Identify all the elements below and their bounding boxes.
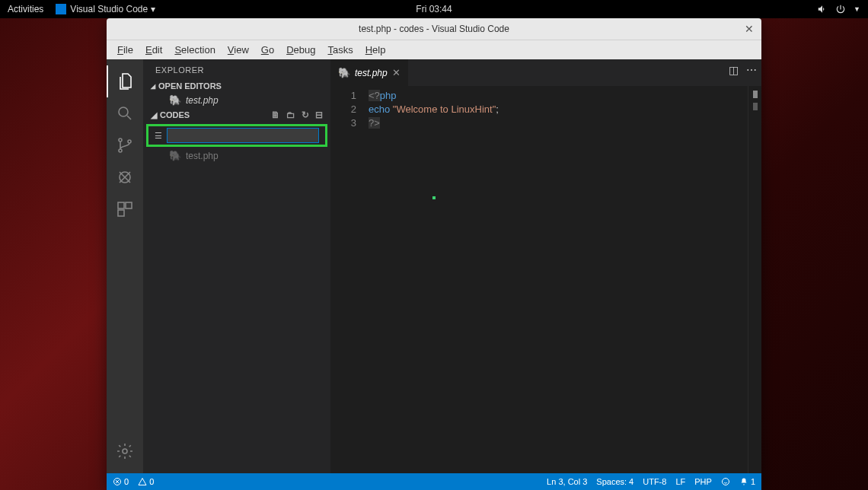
tab-close-button[interactable]: ✕	[392, 67, 400, 78]
status-notifications[interactable]: 1	[739, 477, 755, 486]
clock[interactable]: Fri 03:44	[416, 4, 452, 14]
svg-point-0	[119, 107, 128, 116]
editor-group: 🐘 test.php ✕ ◫ ⋯ 1 2 3 <?php echo "Welco…	[330, 59, 761, 473]
tab-label: test.php	[355, 68, 388, 78]
minimap[interactable]	[748, 86, 761, 473]
code-token: "Welcome to LinuxHint"	[393, 103, 496, 115]
activity-debug[interactable]	[107, 161, 143, 193]
app-menu-label: Visual Studio Code ▾	[70, 4, 155, 14]
code-token: php	[380, 90, 397, 101]
new-file-input[interactable]	[167, 128, 319, 143]
status-bar: 0 0 Ln 3, Col 3 Spaces: 4 UTF-8 LF PHP 1	[107, 473, 761, 490]
minimap-mark	[753, 91, 758, 98]
status-eol[interactable]: LF	[675, 477, 685, 486]
split-editor-button[interactable]: ◫	[729, 64, 739, 76]
warning-icon	[138, 477, 147, 486]
php-icon: 🐘	[169, 150, 181, 161]
error-count: 0	[124, 477, 129, 486]
system-tray[interactable]: ▼	[817, 4, 860, 14]
menu-debug[interactable]: Debug	[280, 43, 321, 57]
chevron-down-icon: ◢	[151, 110, 157, 120]
code-token: ;	[496, 103, 499, 115]
activity-explorer[interactable]	[107, 65, 143, 97]
menu-view[interactable]: View	[222, 43, 255, 57]
new-file-button[interactable]: 🗎	[271, 110, 280, 120]
activity-bar	[107, 59, 143, 473]
svg-point-3	[128, 140, 131, 143]
svg-point-10	[722, 479, 729, 485]
power-icon	[835, 4, 846, 14]
title-bar: test.php - codes - Visual Studio Code ✕	[107, 18, 761, 40]
open-editors-label: OPEN EDITORS	[158, 81, 222, 91]
code-token: <?	[369, 90, 380, 101]
activity-scm[interactable]	[107, 129, 143, 161]
explorer-sidebar: EXPLORER ◢ OPEN EDITORS 🐘 test.php ◢ COD…	[143, 59, 330, 473]
error-icon	[113, 477, 122, 486]
file-tree-filename: test.php	[186, 151, 219, 161]
php-icon: 🐘	[169, 94, 181, 106]
svg-point-2	[119, 149, 122, 152]
extensions-icon	[116, 200, 134, 218]
open-editors-header[interactable]: ◢ OPEN EDITORS	[143, 79, 330, 93]
code-editor[interactable]: 1 2 3 <?php echo "Welcome to LinuxHint";…	[330, 86, 761, 473]
status-feedback[interactable]	[721, 477, 730, 486]
svg-rect-6	[126, 202, 132, 208]
gear-icon	[116, 442, 134, 460]
folder-name: CODES	[160, 110, 190, 119]
menu-bar: File Edit Selection View Go Debug Tasks …	[107, 40, 761, 59]
bug-icon	[116, 168, 134, 186]
warning-count: 0	[149, 477, 154, 486]
svg-point-1	[119, 138, 122, 142]
file-tree-item[interactable]: 🐘 test.php	[143, 148, 330, 163]
file-icon: ☰	[155, 131, 162, 141]
window-title: test.php - codes - Visual Studio Code	[359, 24, 509, 34]
chevron-down-icon: ◢	[151, 83, 155, 90]
menu-edit[interactable]: Edit	[139, 43, 168, 57]
vscode-window: test.php - codes - Visual Studio Code ✕ …	[107, 18, 761, 490]
bell-icon	[739, 477, 748, 486]
status-warnings[interactable]: 0	[138, 477, 154, 486]
activity-search[interactable]	[107, 97, 143, 129]
refresh-button[interactable]: ↻	[302, 110, 309, 120]
menu-selection[interactable]: Selection	[168, 43, 221, 57]
menu-file[interactable]: File	[111, 43, 139, 57]
open-editor-file[interactable]: 🐘 test.php	[143, 93, 330, 107]
svg-rect-7	[118, 210, 124, 216]
cursor-indicator	[432, 196, 436, 199]
new-file-input-row: ☰	[146, 124, 327, 147]
activity-extensions[interactable]	[107, 193, 143, 225]
menu-help[interactable]: Help	[359, 43, 392, 57]
menu-go[interactable]: Go	[255, 43, 280, 57]
menu-tasks[interactable]: Tasks	[321, 43, 359, 57]
more-actions-button[interactable]: ⋯	[746, 64, 757, 76]
notification-count: 1	[751, 477, 755, 486]
workspace-folder-header[interactable]: ◢ CODES 🗎 🗀 ↻ ⊟	[143, 107, 330, 123]
window-close-button[interactable]: ✕	[745, 23, 754, 35]
search-icon	[116, 104, 134, 123]
code-content[interactable]: <?php echo "Welcome to LinuxHint"; ?>	[364, 86, 748, 473]
status-language[interactable]: PHP	[694, 477, 712, 486]
status-spaces[interactable]: Spaces: 4	[596, 477, 633, 486]
status-encoding[interactable]: UTF-8	[643, 477, 666, 486]
new-folder-button[interactable]: 🗀	[286, 110, 295, 120]
line-gutter: 1 2 3	[330, 86, 364, 473]
collapse-button[interactable]: ⊟	[315, 110, 323, 120]
app-menu[interactable]: Visual Studio Code ▾	[56, 4, 155, 14]
code-token: ?>	[369, 117, 380, 129]
smile-icon	[721, 477, 730, 486]
tray-chevron-icon: ▼	[854, 5, 860, 13]
files-icon	[116, 72, 135, 91]
activities-button[interactable]: Activities	[8, 4, 43, 14]
status-lncol[interactable]: Ln 3, Col 3	[547, 477, 587, 486]
gnome-top-bar: Activities Visual Studio Code ▾ Fri 03:4…	[0, 0, 868, 18]
activity-settings[interactable]	[107, 435, 143, 467]
php-icon: 🐘	[338, 67, 350, 78]
editor-tabs: 🐘 test.php ✕ ◫ ⋯	[330, 59, 761, 86]
svg-rect-5	[118, 202, 124, 208]
status-errors[interactable]: 0	[113, 477, 129, 486]
code-token: echo	[369, 103, 390, 115]
volume-icon	[817, 4, 828, 14]
editor-tab[interactable]: 🐘 test.php ✕	[330, 59, 409, 86]
branch-icon	[116, 136, 134, 154]
explorer-title: EXPLORER	[143, 59, 330, 79]
